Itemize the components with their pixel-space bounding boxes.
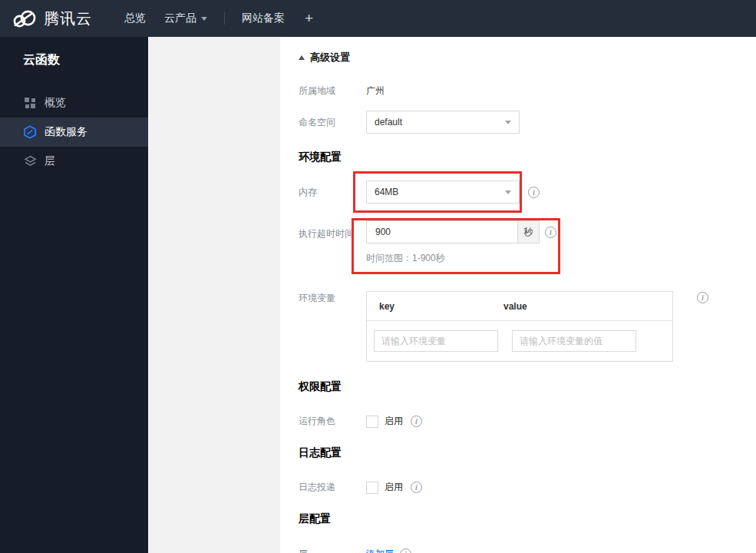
sidebar-item-overview[interactable]: 概览 bbox=[0, 88, 148, 118]
memory-select[interactable]: 64MB bbox=[366, 180, 520, 204]
nav-item-icp-filing-label: 网站备案 bbox=[242, 12, 285, 25]
run-role-info-icon[interactable] bbox=[411, 416, 422, 427]
region-value: 广州 bbox=[366, 84, 385, 98]
run-role-row: 运行角色 启用 bbox=[299, 415, 756, 428]
run-role-checkbox[interactable] bbox=[366, 416, 378, 428]
layer-row: 层 添加层 bbox=[299, 548, 756, 553]
nav-item-cloud-products[interactable]: 云产品 bbox=[155, 0, 216, 37]
layer-config-section-title: 层配置 bbox=[299, 512, 756, 525]
brand-name: 腾讯云 bbox=[44, 8, 92, 29]
env-vars-table-header: key value bbox=[367, 292, 672, 321]
add-tab-button[interactable]: + bbox=[294, 0, 324, 37]
log-config-section-title: 日志配置 bbox=[299, 446, 756, 459]
env-vars-info-icon[interactable] bbox=[697, 292, 708, 303]
log-delivery-enable-label: 启用 bbox=[385, 481, 403, 494]
chevron-down-icon bbox=[505, 121, 511, 124]
region-row: 所属地域 广州 bbox=[299, 84, 756, 97]
layers-icon bbox=[23, 154, 37, 168]
highlight-box-memory: 64MB bbox=[353, 171, 522, 213]
log-delivery-info-icon[interactable] bbox=[411, 482, 422, 493]
timeout-range-hint: 时间范围：1-900秒 bbox=[366, 252, 556, 265]
env-config-section-title: 环境配置 bbox=[299, 151, 756, 163]
function-config-panel: 高级设置 所属地域 广州 命名空间 default 环境配置 内存 64MB 执… bbox=[280, 37, 756, 553]
sidebar: 云函数 概览 函数服务 bbox=[0, 37, 148, 553]
env-vars-table: key value bbox=[366, 291, 673, 362]
memory-info-icon[interactable] bbox=[528, 187, 540, 198]
env-vars-value-header: value bbox=[503, 301, 527, 312]
sidebar-item-layer-label: 层 bbox=[45, 154, 55, 168]
env-vars-table-row bbox=[367, 321, 672, 361]
timeout-info-icon[interactable] bbox=[545, 227, 556, 238]
advanced-settings-toggle[interactable]: 高级设置 bbox=[299, 51, 756, 64]
top-navbar: 腾讯云 总览 云产品 网站备案 + bbox=[0, 0, 756, 37]
memory-row: 内存 64MB bbox=[299, 171, 756, 213]
navbar-divider bbox=[224, 12, 225, 25]
env-vars-key-header: key bbox=[379, 301, 503, 312]
log-delivery-row: 日志投递 启用 bbox=[299, 481, 756, 494]
nav-item-cloud-products-label: 云产品 bbox=[164, 12, 196, 25]
sidebar-item-overview-label: 概览 bbox=[45, 96, 66, 110]
add-layer-link[interactable]: 添加层 bbox=[366, 548, 394, 553]
cloud-logo-icon bbox=[11, 7, 37, 30]
env-var-key-input[interactable] bbox=[374, 330, 498, 352]
env-vars-label: 环境变量 bbox=[299, 291, 366, 305]
triangle-up-icon bbox=[299, 55, 305, 60]
nav-item-overview[interactable]: 总览 bbox=[115, 0, 155, 37]
navbar-menu: 总览 云产品 网站备案 + bbox=[115, 0, 324, 37]
region-label: 所属地域 bbox=[299, 84, 366, 98]
perm-config-section-title: 权限配置 bbox=[299, 380, 756, 392]
sidebar-item-function-service[interactable]: 函数服务 bbox=[0, 118, 148, 147]
sidebar-item-function-service-label: 函数服务 bbox=[45, 125, 87, 139]
namespace-selected-value: default bbox=[375, 117, 402, 127]
sidebar-item-layer[interactable]: 层 bbox=[0, 147, 148, 176]
advanced-settings-label: 高级设置 bbox=[310, 51, 350, 65]
timeout-row: 执行超时时间 秒 时间范围：1-900秒 bbox=[299, 218, 756, 274]
collapsed-list-panel bbox=[148, 37, 280, 553]
memory-selected-value: 64MB bbox=[375, 187, 398, 197]
highlight-box-timeout: 秒 时间范围：1-900秒 bbox=[352, 218, 560, 274]
timeout-input[interactable] bbox=[367, 221, 517, 243]
tencent-cloud-logo[interactable]: 腾讯云 bbox=[11, 7, 92, 30]
run-role-enable-label: 启用 bbox=[385, 415, 403, 428]
chevron-down-icon bbox=[505, 190, 511, 194]
scf-hexagon-icon bbox=[23, 125, 37, 139]
layer-label: 层 bbox=[299, 548, 366, 553]
env-vars-row: 环境变量 key value bbox=[299, 291, 756, 362]
env-var-value-input[interactable] bbox=[512, 330, 636, 352]
sidebar-menu: 概览 函数服务 层 bbox=[0, 88, 148, 176]
timeout-input-group: 秒 bbox=[366, 220, 540, 243]
namespace-row: 命名空间 default bbox=[299, 111, 756, 134]
namespace-label: 命名空间 bbox=[299, 116, 366, 129]
namespace-select[interactable]: default bbox=[366, 111, 520, 134]
log-delivery-checkbox[interactable] bbox=[366, 482, 378, 494]
timeout-unit: 秒 bbox=[517, 221, 539, 243]
run-role-label: 运行角色 bbox=[299, 415, 366, 428]
layer-info-icon[interactable] bbox=[400, 548, 411, 553]
nav-item-icp-filing[interactable]: 网站备案 bbox=[233, 0, 294, 37]
nav-item-overview-label: 总览 bbox=[124, 12, 146, 25]
log-delivery-label: 日志投递 bbox=[299, 481, 366, 494]
sidebar-title: 云函数 bbox=[0, 37, 148, 68]
grid-icon bbox=[23, 96, 37, 110]
chevron-down-icon bbox=[201, 17, 207, 21]
